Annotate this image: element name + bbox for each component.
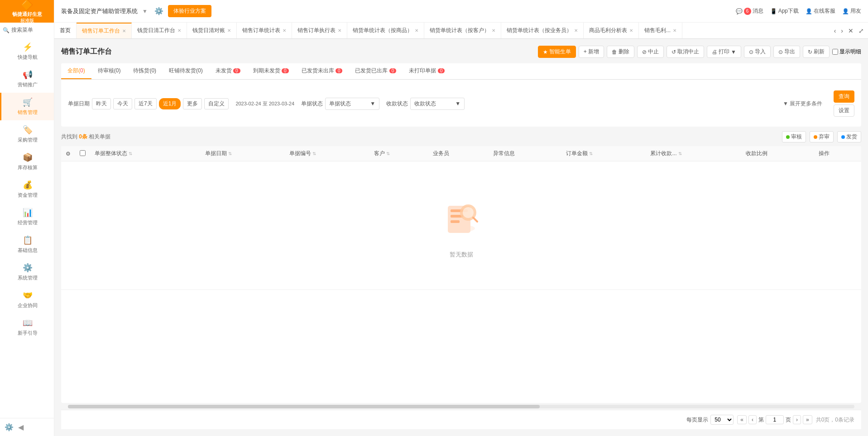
tab-daily-clear[interactable]: 钱货日清工作台 ✕ bbox=[132, 23, 187, 39]
col-checkbox[interactable] bbox=[75, 146, 90, 161]
sidebar-item-sales[interactable]: 🛒 销售管理 bbox=[0, 93, 54, 120]
tab-sales-staff-close[interactable]: ✕ bbox=[574, 28, 578, 33]
tab-sales-workbench[interactable]: 销售订单工作台 ✕ bbox=[77, 23, 132, 39]
tab-order-exec-close[interactable]: ✕ bbox=[338, 28, 341, 33]
sidebar-item-basic[interactable]: 📋 基础信息 bbox=[0, 231, 54, 258]
online-service[interactable]: 👤 在线客服 bbox=[806, 7, 835, 15]
date-more[interactable]: 更多 bbox=[183, 98, 202, 109]
select-all-checkbox[interactable] bbox=[80, 150, 86, 156]
query-btn[interactable]: 查询 bbox=[834, 90, 854, 103]
sidebar-item-guide[interactable]: 📖 新手引导 bbox=[0, 313, 54, 341]
filter-tab-pending[interactable]: 待审核(0) bbox=[91, 63, 127, 79]
date-7days[interactable]: 近7天 bbox=[134, 98, 157, 109]
payment-select[interactable]: 收款状态 ▼ bbox=[410, 98, 465, 110]
stop-btn[interactable]: ⊘ 中止 bbox=[637, 46, 664, 58]
page-first-btn[interactable]: « bbox=[737, 415, 747, 424]
col-amount[interactable]: 订单金额⇅ bbox=[561, 146, 646, 161]
tab-sales-customer-close[interactable]: ✕ bbox=[492, 28, 495, 33]
tab-sales-customer[interactable]: 销货单统计表（按客户） ✕ bbox=[424, 23, 501, 39]
expand-btn[interactable]: ▼ 展开更多条件 bbox=[783, 100, 822, 108]
tab-close-all-icon[interactable]: ✕ bbox=[846, 26, 855, 35]
page-last-btn[interactable]: » bbox=[803, 415, 812, 424]
date-custom[interactable]: 自定义 bbox=[204, 98, 229, 109]
col-settings[interactable]: ⚙ bbox=[61, 146, 75, 161]
col-payment[interactable]: 累计收款...⇅ bbox=[646, 146, 741, 161]
col-number[interactable]: 单据编号⇅ bbox=[285, 146, 369, 161]
scrollbar-thumb[interactable] bbox=[68, 405, 540, 408]
col-exception[interactable]: 异常信息 bbox=[489, 146, 561, 161]
sidebar-search[interactable]: 🔍 搜索菜单 bbox=[0, 23, 54, 38]
tab-next-icon[interactable]: › bbox=[839, 26, 845, 35]
sidebar-item-stock[interactable]: 📦 库存核算 bbox=[0, 148, 54, 175]
tab-daily-close[interactable]: ✕ bbox=[177, 28, 181, 33]
col-customer[interactable]: 客户⇅ bbox=[369, 146, 428, 161]
page-next-btn[interactable]: › bbox=[793, 415, 801, 424]
tab-reconcile-close[interactable]: ✕ bbox=[227, 28, 231, 33]
filter-tab-all[interactable]: 全部(0) bbox=[61, 63, 91, 79]
tab-sales-product-close[interactable]: ✕ bbox=[415, 28, 418, 33]
date-1month[interactable]: 近1月 bbox=[159, 98, 181, 109]
add-btn[interactable]: + 新增 bbox=[579, 46, 604, 58]
topbar-gear[interactable]: ⚙️ bbox=[154, 7, 163, 15]
col-status[interactable]: 单据整体状态⇅ bbox=[90, 146, 201, 161]
filter-tab-unprinted[interactable]: 未打印单据 0 bbox=[403, 63, 451, 79]
tab-sales-close[interactable]: ✕ bbox=[122, 28, 126, 33]
settings-icon[interactable]: ⚙️ bbox=[5, 423, 14, 431]
batch-approve-btn[interactable]: 审核 bbox=[782, 131, 806, 142]
tab-more-close[interactable]: ✕ bbox=[673, 28, 676, 33]
tab-order-stat[interactable]: 销售订单统计表 ✕ bbox=[237, 23, 292, 39]
detail-checkbox[interactable] bbox=[832, 49, 838, 55]
collapse-icon[interactable]: ◀ bbox=[18, 423, 24, 431]
tab-order-stat-close[interactable]: ✕ bbox=[283, 28, 286, 33]
industry-btn[interactable]: 体验行业方案 bbox=[168, 5, 211, 17]
sidebar-item-operations[interactable]: 📊 经营管理 bbox=[0, 203, 54, 231]
date-today[interactable]: 今天 bbox=[113, 98, 132, 109]
tab-home[interactable]: 首页 bbox=[54, 23, 77, 39]
filter-tab-overdue[interactable]: 到期未发货 0 bbox=[247, 63, 295, 79]
tab-margin[interactable]: 商品毛利分析表 ✕ bbox=[584, 23, 639, 39]
tab-prev-icon[interactable]: ‹ bbox=[832, 26, 838, 35]
sidebar-item-nav[interactable]: ⚡ 快捷导航 bbox=[0, 38, 54, 65]
tab-sales-product[interactable]: 销货单统计表（按商品） ✕ bbox=[347, 23, 424, 39]
smart-btn[interactable]: ★ 智能生单 bbox=[538, 46, 576, 58]
date-yesterday[interactable]: 昨天 bbox=[92, 98, 111, 109]
topbar-dropdown-icon[interactable]: ▼ bbox=[142, 8, 148, 14]
import-btn[interactable]: ⊙ 导入 bbox=[744, 46, 771, 58]
status-select[interactable]: 单据状态 ▼ bbox=[325, 98, 379, 110]
batch-ship-btn[interactable]: 发货 bbox=[837, 131, 861, 142]
app-download[interactable]: 📱 App下载 bbox=[770, 7, 799, 15]
page-input[interactable] bbox=[766, 415, 784, 424]
cancel-stop-btn[interactable]: ↺ 取消中止 bbox=[667, 46, 704, 58]
settings-filter-btn[interactable]: 设置 bbox=[834, 104, 854, 117]
sidebar-item-purchase[interactable]: 🏷️ 采购管理 bbox=[0, 120, 54, 148]
batch-cancel-btn[interactable]: 弃审 bbox=[810, 131, 834, 142]
detail-checkbox-label[interactable]: 显示明细 bbox=[832, 48, 861, 56]
filter-tab-shipped-out[interactable]: 已发货已出库 0 bbox=[349, 63, 403, 79]
filter-tab-pick[interactable]: 待拣货(0) bbox=[127, 63, 163, 79]
sidebar-item-enterprise[interactable]: 🤝 企业协同 bbox=[0, 286, 54, 313]
user-info[interactable]: 👤 用友 bbox=[842, 7, 861, 15]
tab-more[interactable]: 销售毛利... ✕ bbox=[639, 23, 682, 39]
filter-tab-unshipped[interactable]: 未发货 0 bbox=[209, 63, 247, 79]
sidebar-item-system[interactable]: ⚙️ 系统管理 bbox=[0, 258, 54, 286]
col-staff[interactable]: 业务员 bbox=[428, 146, 488, 161]
page-size-select[interactable]: 50 100 200 bbox=[710, 415, 734, 425]
sidebar-item-finance[interactable]: 💰 资金管理 bbox=[0, 175, 54, 203]
page-prev-btn[interactable]: ‹ bbox=[748, 415, 757, 424]
refresh-btn[interactable]: ↻ 刷新 bbox=[803, 46, 830, 58]
delete-btn[interactable]: 🗑 删除 bbox=[607, 46, 634, 58]
tab-sales-staff[interactable]: 销货单统计表（按业务员） ✕ bbox=[501, 23, 584, 39]
tab-order-exec[interactable]: 销售订单执行表 ✕ bbox=[292, 23, 347, 39]
scrollbar-track[interactable] bbox=[68, 405, 854, 408]
message-item[interactable]: 💬 6 消息 bbox=[736, 7, 763, 15]
filter-tab-wangpu[interactable]: 旺铺待发货(0) bbox=[163, 63, 209, 79]
tab-maximize-icon[interactable]: ⤢ bbox=[857, 26, 866, 35]
export-btn[interactable]: ⊙ 导出 bbox=[773, 46, 800, 58]
tab-reconcile[interactable]: 钱货日清对账 ✕ bbox=[187, 23, 237, 39]
sidebar-finance-label: 资金管理 bbox=[18, 192, 38, 199]
print-btn[interactable]: 🖨 打印 ▼ bbox=[707, 46, 741, 58]
sidebar-item-marketing[interactable]: 📢 营销推广 bbox=[0, 65, 54, 93]
col-date[interactable]: 单据日期⇅ bbox=[201, 146, 285, 161]
filter-tab-shipped-pending[interactable]: 已发货未出库 0 bbox=[295, 63, 349, 79]
tab-margin-close[interactable]: ✕ bbox=[629, 28, 633, 33]
